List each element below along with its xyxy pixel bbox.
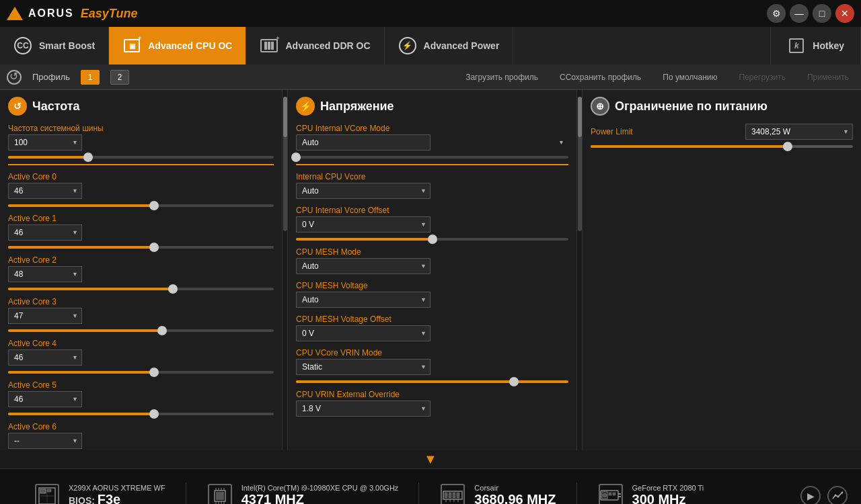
active-core-4-select[interactable]: 46: [8, 349, 82, 366]
profile-2-button[interactable]: 2: [110, 70, 129, 85]
active-core-2-label: Active Core 2: [8, 255, 274, 265]
active-core-5-select[interactable]: 46: [8, 391, 82, 407]
minimize-button[interactable]: —: [790, 4, 809, 23]
cpu-mesh-mode-select[interactable]: Auto: [296, 258, 430, 274]
cpu-mesh-voltage-label: CPU MESH Voltage: [296, 281, 568, 290]
gpu-icon-box: [599, 484, 623, 505]
close-button[interactable]: ✕: [835, 4, 854, 23]
vrin-slider[interactable]: [296, 380, 568, 383]
window-controls: ⚙ — □ ✕: [767, 4, 854, 23]
tab-advanced-ddr-oc-label: Advanced DDR OC: [285, 40, 370, 51]
tab-advanced-ddr-oc[interactable]: + Advanced DDR OC: [246, 27, 384, 65]
cpu-vcore-mode-slider[interactable]: [296, 156, 568, 159]
svg-rect-19: [457, 493, 459, 498]
cpu-mesh-voltage-select-wrapper[interactable]: Auto: [296, 292, 430, 308]
active-core-0-select-wrapper[interactable]: 46: [8, 183, 82, 199]
power-icon: ⊕: [591, 97, 609, 116]
settings-button[interactable]: ⚙: [767, 4, 786, 23]
ram-status-item: Corsair 3680.96 MHZ: [419, 482, 576, 505]
cpu-mesh-mode-select-wrapper[interactable]: Auto: [296, 258, 430, 274]
tab-hotkey-label: Hotkey: [813, 40, 844, 51]
active-core-5-slider[interactable]: [8, 413, 274, 415]
mid-scroll-thumb[interactable]: [578, 97, 582, 231]
cpu-vcore-vrin-mode-select-wrapper[interactable]: Static Auto: [296, 359, 430, 375]
active-core-1-select-wrapper[interactable]: 46: [8, 224, 82, 241]
tab-hotkey[interactable]: k Hotkey: [770, 27, 861, 65]
active-core-3-slider[interactable]: [8, 329, 274, 332]
active-core-2-select-wrapper[interactable]: 48: [8, 266, 82, 282]
cpu-vcore-offset-select[interactable]: 0 V: [296, 216, 430, 233]
cpu-vrin-external-select-wrapper[interactable]: 1.8 V: [296, 401, 430, 417]
cpu-vcore-vrin-mode-control: CPU VCore VRIN Mode Static Auto: [296, 348, 568, 383]
cpu-icon-box: [208, 484, 232, 505]
active-core-4-select-wrapper[interactable]: 46: [8, 349, 82, 366]
gpu-info: GeForce RTX 2080 Ti 300 MHz: [632, 484, 704, 504]
mid-panel-scrollbar[interactable]: [577, 90, 583, 450]
active-core-2-select[interactable]: 48: [8, 266, 82, 282]
svg-rect-16: [445, 493, 447, 498]
cpu-mesh-voltage-offset-select-wrapper[interactable]: 0 V: [296, 325, 430, 341]
profile-1-button[interactable]: 1: [81, 70, 100, 85]
active-core-4-slider[interactable]: [8, 371, 274, 374]
left-scroll-thumb[interactable]: [283, 97, 287, 231]
cpu-info: Intel(R) Core(TM) i9-10980XE CPU @ 3.00G…: [241, 484, 399, 504]
cpu-mesh-voltage-offset-select[interactable]: 0 V: [296, 325, 430, 341]
cpu-vrin-external-select[interactable]: 1.8 V: [296, 401, 430, 417]
power-limit-slider[interactable]: [591, 145, 853, 148]
tab-advanced-cpu-oc[interactable]: + ▣ Advanced CPU OC: [109, 27, 246, 65]
maximize-button[interactable]: □: [813, 4, 831, 23]
load-profile-button[interactable]: Загрузить профиль: [460, 71, 544, 83]
tab-advanced-power[interactable]: ⚡ Advanced Power: [385, 27, 514, 65]
power-panel-title: ⊕ Ограничение по питанию: [591, 97, 853, 116]
internal-cpu-vcore-select-wrapper[interactable]: Auto: [296, 183, 430, 199]
motherboard-name: X299X AORUS XTREME WF: [69, 484, 165, 492]
active-core-6-select-wrapper[interactable]: --: [8, 433, 82, 449]
cpu-vcore-mode-select[interactable]: Auto Manual: [296, 134, 430, 151]
cpu-mesh-voltage-select[interactable]: Auto: [296, 292, 430, 308]
active-core-1-slider[interactable]: [8, 246, 274, 249]
play-button[interactable]: ▶: [800, 486, 821, 505]
tab-bar: CC Smart Boost + ▣ Advanced CPU OC + Adv…: [0, 27, 861, 65]
cpu-vcore-offset-select-wrapper[interactable]: 0 V: [296, 216, 430, 233]
apply-button[interactable]: Применить: [802, 71, 854, 83]
cpu-icon: [207, 482, 233, 505]
tab-smart-boost[interactable]: CC Smart Boost: [0, 27, 109, 65]
cpu-mesh-voltage-control: CPU MESH Voltage Auto: [296, 281, 568, 308]
title-bar: AORUS EasyTune ⚙ — □ ✕: [0, 0, 861, 27]
aorus-brand-text: AORUS: [28, 7, 74, 19]
active-core-1-select[interactable]: 46: [8, 224, 82, 241]
tab-advanced-cpu-oc-label: Advanced CPU OC: [148, 40, 232, 51]
power-limit-select[interactable]: 3408,25 W: [745, 124, 853, 140]
left-panel-scrollbar[interactable]: [283, 90, 288, 450]
chart-button[interactable]: [827, 486, 848, 505]
active-core-4-control: Active Core 4 46: [8, 339, 274, 374]
refresh-button[interactable]: [7, 70, 22, 85]
ram-brand: Corsair: [474, 484, 556, 492]
restart-button[interactable]: Перегрузить: [733, 71, 791, 83]
active-core-0-slider[interactable]: [8, 204, 274, 207]
cpu-vcore-vrin-mode-select[interactable]: Static Auto: [296, 359, 430, 375]
cpu-vcore-mode-select-wrapper[interactable]: Auto Manual: [296, 134, 568, 151]
default-button[interactable]: По умолчанию: [657, 71, 722, 83]
active-core-2-slider[interactable]: [8, 288, 274, 290]
status-bar-controls: ▶: [800, 486, 848, 505]
svg-point-32: [837, 495, 839, 497]
active-core-3-select[interactable]: 47: [8, 308, 82, 324]
cpu-vcore-offset-slider[interactable]: [296, 238, 568, 241]
active-core-5-select-wrapper[interactable]: 46: [8, 391, 82, 407]
active-core-6-select[interactable]: --: [8, 433, 82, 449]
system-bus-select-wrapper[interactable]: 100: [8, 134, 82, 151]
internal-cpu-vcore-select[interactable]: Auto: [296, 183, 430, 199]
active-core-3-select-wrapper[interactable]: 47: [8, 308, 82, 324]
save-profile-button[interactable]: ССохранить профиль: [554, 71, 646, 83]
system-bus-slider[interactable]: [8, 156, 274, 159]
active-core-1-label: Active Core 1: [8, 214, 274, 223]
ram-frequency: 3680.96 MHZ: [474, 492, 556, 504]
power-limit-slider-row: [591, 145, 853, 148]
system-bus-select[interactable]: 100: [8, 134, 82, 151]
frequency-title-text: Частота: [32, 99, 80, 114]
active-core-0-select[interactable]: 46: [8, 183, 82, 199]
ram-icon: [439, 482, 466, 505]
vcore-divider: [296, 164, 568, 165]
power-limit-select-wrapper[interactable]: 3408,25 W: [745, 124, 853, 140]
